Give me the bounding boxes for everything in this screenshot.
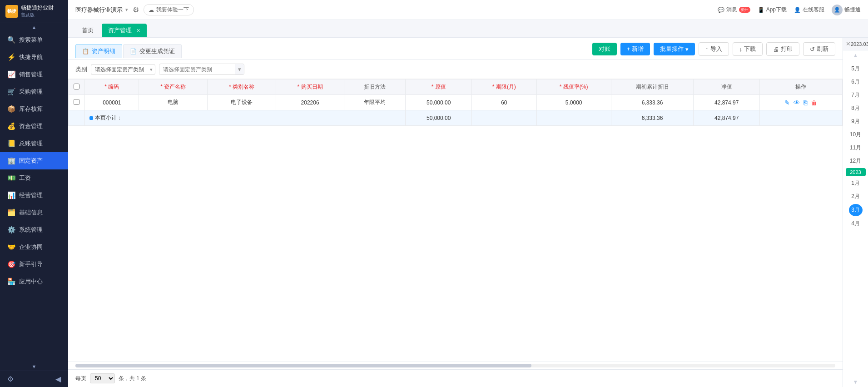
cal-month-1[interactable]: 1月 bbox=[846, 177, 866, 189]
cal-month-5[interactable]: 5月 bbox=[846, 63, 866, 75]
gear-icon: ⚙️ bbox=[7, 226, 15, 234]
sidebar-item-basic[interactable]: 🗂️ 基础信息 bbox=[0, 204, 68, 221]
col-residual-rate: * 残值率(%) bbox=[536, 79, 611, 95]
subtotal-label-cell: 本页小计： bbox=[85, 110, 406, 126]
asset-detail-icon: 📋 bbox=[82, 48, 89, 55]
category-filter-wrap[interactable]: 请选择固定资产类别 bbox=[91, 64, 155, 75]
sidebar-item-fixed-assets[interactable]: 🏢 固定资产 bbox=[0, 152, 68, 169]
experience-btn[interactable]: ☁ 我要体验一下 bbox=[144, 4, 194, 15]
subtotal-original-value: 50,000.00 bbox=[406, 110, 472, 126]
tab-asset-mgmt[interactable]: 资产管理 ✕ bbox=[102, 24, 147, 37]
cal-month-11[interactable]: 11月 bbox=[846, 142, 866, 154]
row-checkbox[interactable] bbox=[74, 99, 79, 105]
sidebar-item-appstore[interactable]: 🏪 应用中心 bbox=[0, 273, 68, 290]
sidebar-item-label: 库存核算 bbox=[19, 105, 43, 113]
col-purchase-date: * 购买日期 bbox=[276, 79, 344, 95]
select-all-checkbox[interactable] bbox=[74, 84, 79, 89]
row-actions-cell: ✎ 👁 ⎘ 🗑 bbox=[759, 95, 842, 110]
sidebar-item-sales[interactable]: 📈 销售管理 bbox=[0, 66, 68, 83]
col-actions: 操作 bbox=[759, 79, 842, 95]
sidebar-item-purchase[interactable]: 🛒 采购管理 bbox=[0, 83, 68, 100]
category-filter-select[interactable]: 请选择固定资产类别 bbox=[91, 64, 155, 75]
settings-bottom-icon[interactable]: ⚙ bbox=[7, 375, 14, 383]
sidebar-item-ledger[interactable]: 📒 总账管理 bbox=[0, 135, 68, 152]
box-icon: 📦 bbox=[7, 105, 15, 113]
messages-btn[interactable]: 💬 消息 99+ bbox=[718, 6, 750, 14]
cal-month-10[interactable]: 10月 bbox=[846, 129, 866, 141]
table-header-row: * 编码 * 资产名称 * 类别名称 * 购买日期 折旧方法 * 原值 * 期限… bbox=[69, 79, 843, 95]
view-icon[interactable]: 👁 bbox=[794, 99, 800, 106]
export-icon: ↑ bbox=[705, 46, 709, 53]
col-original-value: * 原值 bbox=[406, 79, 472, 95]
scroll-up-btn[interactable]: ▲ bbox=[0, 23, 68, 31]
refresh-button[interactable]: ↺ 刷新 bbox=[803, 42, 835, 56]
cal-month-7[interactable]: 7月 bbox=[846, 89, 866, 101]
delete-icon[interactable]: 🗑 bbox=[811, 99, 817, 106]
sub-tab-change-voucher[interactable]: 📄 变更生成凭证 bbox=[123, 44, 182, 58]
book-icon: 📒 bbox=[7, 139, 15, 148]
sidebar-item-salary[interactable]: 💵 工资 bbox=[0, 169, 68, 187]
total-count-label: 条，共 1 条 bbox=[119, 375, 146, 382]
company-selector[interactable]: 医疗器械行业演示 ▾ bbox=[75, 6, 128, 14]
company-settings-icon[interactable]: ⚙ bbox=[133, 5, 139, 14]
filter-dropdown-btn[interactable]: ▾ bbox=[235, 64, 244, 74]
cal-month-8[interactable]: 8月 bbox=[846, 102, 866, 114]
print-icon: 🖨 bbox=[773, 46, 779, 53]
scroll-down-btn[interactable]: ▼ bbox=[0, 362, 68, 371]
col-category: * 类别名称 bbox=[208, 79, 276, 95]
per-page-select[interactable]: 50 10 20 100 bbox=[90, 373, 115, 383]
col-initial-accumulated: 期初累计折旧 bbox=[611, 79, 694, 95]
sidebar-item-operations[interactable]: 📊 经营管理 bbox=[0, 187, 68, 204]
asset-type-filter-input[interactable] bbox=[159, 64, 235, 74]
export-button[interactable]: ↑ 导入 bbox=[699, 42, 729, 56]
row-net-value: 42,874.97 bbox=[694, 95, 760, 110]
cal-month-4[interactable]: 4月 bbox=[846, 218, 866, 230]
calendar-months: 5月 6月 7月 8月 9月 10月 11月 12月 2023 1月 2月 3月… bbox=[843, 60, 868, 377]
horizontal-scrollbar[interactable] bbox=[68, 362, 843, 369]
online-service-btn[interactable]: 👤 在线客服 bbox=[794, 6, 824, 14]
calendar-up-btn[interactable]: ▲ bbox=[851, 50, 860, 60]
cal-month-9[interactable]: 9月 bbox=[846, 115, 866, 128]
batch-button[interactable]: 批量操作 ▾ bbox=[654, 43, 695, 55]
company-name: 医疗器械行业演示 bbox=[75, 6, 123, 14]
lightning-icon: ⚡ bbox=[7, 53, 15, 61]
copy-icon[interactable]: ⎘ bbox=[804, 99, 807, 106]
edit-icon[interactable]: ✎ bbox=[784, 99, 790, 106]
cal-month-12[interactable]: 12月 bbox=[846, 155, 866, 167]
cal-month-6[interactable]: 6月 bbox=[846, 76, 866, 88]
sidebar-item-inventory[interactable]: 📦 库存核算 bbox=[0, 100, 68, 118]
sub-tab-asset-detail[interactable]: 📋 资产明细 bbox=[75, 44, 122, 58]
tab-home[interactable]: 首页 bbox=[75, 24, 100, 37]
reconcile-button[interactable]: 对账 bbox=[592, 43, 617, 55]
per-page-label: 每页 bbox=[75, 375, 86, 382]
sidebar-item-enterprise[interactable]: 🤝 企业协同 bbox=[0, 238, 68, 256]
sidebar-item-system[interactable]: ⚙️ 系统管理 bbox=[0, 221, 68, 238]
folder-icon: 🗂️ bbox=[7, 208, 15, 217]
subtotal-row: 本页小计： 50,000.00 6,333.36 42,874.97 bbox=[69, 110, 843, 126]
sidebar-item-label: 应用中心 bbox=[19, 278, 43, 286]
sidebar-item-guide[interactable]: 🎯 新手引导 bbox=[0, 256, 68, 273]
search-icon: 🔍 bbox=[7, 36, 15, 44]
scrollbar-thumb[interactable] bbox=[75, 364, 531, 367]
tab-close-icon[interactable]: ✕ bbox=[136, 28, 140, 33]
collapse-icon[interactable]: ◀ bbox=[55, 375, 61, 383]
print-button[interactable]: 🖨 打印 bbox=[766, 42, 799, 56]
row-checkbox-cell[interactable] bbox=[69, 95, 85, 110]
target-icon: 🎯 bbox=[7, 260, 15, 268]
sidebar-item-label: 企业协同 bbox=[19, 243, 43, 251]
company-dropdown-arrow: ▾ bbox=[125, 7, 128, 13]
user-profile-btn[interactable]: 👤 畅捷通 bbox=[832, 5, 861, 15]
asset-type-filter-wrap[interactable]: ▾ bbox=[159, 64, 244, 75]
download-button[interactable]: ↓ 下载 bbox=[733, 42, 763, 56]
sidebar-item-quicknav[interactable]: ⚡ 快捷导航 bbox=[0, 49, 68, 66]
app-download-btn[interactable]: 📱 App下载 bbox=[758, 6, 787, 14]
cal-month-3-current[interactable]: 3月 bbox=[849, 204, 863, 216]
panel-close-icon[interactable]: ✕ bbox=[846, 40, 851, 47]
table-row: 000001 电脑 电子设备 202206 年限平均 50,000.00 60 … bbox=[69, 95, 843, 110]
sidebar-item-search[interactable]: 🔍 搜索菜单 bbox=[0, 31, 68, 49]
calendar-down-btn[interactable]: ▼ bbox=[851, 377, 860, 387]
cal-month-2[interactable]: 2月 bbox=[846, 190, 866, 203]
row-code: 000001 bbox=[85, 95, 139, 110]
sidebar-item-capital[interactable]: 💰 资金管理 bbox=[0, 118, 68, 135]
new-button[interactable]: + 新增 bbox=[620, 43, 650, 55]
